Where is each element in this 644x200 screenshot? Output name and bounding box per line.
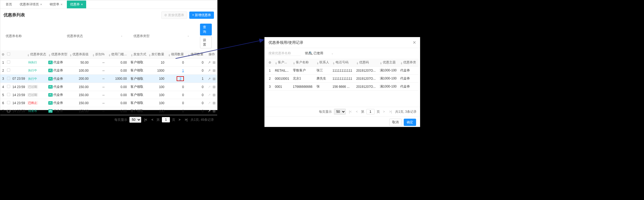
share-icon[interactable]: ↗ bbox=[208, 93, 211, 97]
sort-icon[interactable]: ▲▼ bbox=[293, 62, 295, 65]
page-input[interactable] bbox=[162, 117, 170, 122]
first-page-button[interactable]: |< bbox=[348, 110, 353, 114]
close-icon[interactable]: ✕ bbox=[60, 3, 63, 6]
close-icon[interactable]: ✕ bbox=[81, 3, 83, 6]
claim-link[interactable]: 1 bbox=[182, 69, 184, 72]
tab-销货单[interactable]: 销货单 ✕ bbox=[46, 1, 66, 8]
status-badge: 执行中 bbox=[27, 77, 38, 81]
prev-page-button[interactable]: < bbox=[355, 110, 359, 114]
sort-icon[interactable]: ▲▼ bbox=[92, 54, 95, 57]
coupon-table-wrap[interactable]: ⚙▲▼优惠券状态▲▼优惠券类型▲▼优惠券面值▲▼折扣%▲▼使用门槛...▲▼发放… bbox=[0, 50, 217, 115]
filter-type-select[interactable]: ⌄ bbox=[152, 34, 189, 38]
modal-search-input[interactable] bbox=[268, 51, 309, 55]
modal-filter: 🔍 状态 已使用 ⌄ bbox=[265, 48, 420, 59]
table-row[interactable]: 514 23:59已过期代代金券150.00--0.00客户领取10000↗ ⊞ bbox=[0, 91, 217, 99]
table-row[interactable]: 614 23:59已终止代代金券150.00--0.00客户领取10000↗ ⊞ bbox=[0, 99, 217, 107]
chevron-down-icon: ⌄ bbox=[187, 34, 189, 37]
type-badge-icon: 代 bbox=[48, 69, 53, 72]
sort-icon[interactable]: ▲▼ bbox=[130, 54, 133, 57]
sort-icon[interactable]: ▲▼ bbox=[188, 54, 190, 57]
close-icon[interactable]: ✕ bbox=[413, 40, 416, 45]
share-icon[interactable]: ↗ bbox=[208, 109, 211, 113]
row-checkbox[interactable] bbox=[7, 60, 10, 64]
table-row[interactable]: 3000117666666666张156 6666 ...20191207O..… bbox=[266, 83, 419, 91]
tab-优惠券[interactable]: 优惠券 ✕ bbox=[67, 1, 86, 8]
ok-button[interactable]: 确定 bbox=[404, 119, 416, 126]
table-row[interactable]: 307 23:59执行中代代金券200.00--1000.00客户领取10031… bbox=[0, 75, 217, 83]
qrcode-icon[interactable]: ⊞ bbox=[213, 77, 216, 81]
issue-coupon-button[interactable]: ⊘ 发放优惠券 bbox=[161, 12, 187, 19]
modal-status-select[interactable]: 已使用 ⌄ bbox=[314, 51, 333, 56]
qrcode-icon[interactable]: ⊞ bbox=[213, 109, 216, 113]
modal-footer: 取消 确定 bbox=[265, 116, 420, 128]
cancel-button[interactable]: 取消 bbox=[389, 119, 402, 126]
sort-icon[interactable]: ▲▼ bbox=[70, 54, 72, 57]
table-row[interactable]: 1待执行代代金券50.00--0.00客户领取1000↗ ⊞ bbox=[0, 59, 217, 67]
modal-search: 🔍 bbox=[268, 51, 301, 56]
row-checkbox[interactable] bbox=[7, 101, 10, 104]
share-icon[interactable]: ↗ bbox=[208, 68, 211, 72]
highlight-box: 3 bbox=[177, 76, 184, 81]
row-checkbox[interactable] bbox=[7, 93, 10, 96]
table-row[interactable]: 414 23:59已过期代代金券150.00--0.00客户领取10000↗ ⊞ bbox=[0, 83, 217, 91]
next-page-button[interactable]: > bbox=[382, 110, 386, 114]
first-page-button[interactable]: |< bbox=[143, 118, 148, 122]
per-page-select[interactable]: 50 bbox=[129, 117, 141, 123]
add-coupon-button[interactable]: + 新增优惠券 bbox=[189, 12, 214, 19]
modal-pager-summary: 共1页, 3条记录 bbox=[395, 110, 417, 114]
share-icon[interactable]: ↗ bbox=[208, 60, 211, 64]
sort-icon[interactable]: ▲▼ bbox=[333, 62, 335, 65]
table-row[interactable]: 1RETAIL...零散客户张三1111111111120191207O...满… bbox=[266, 67, 419, 75]
claim-link[interactable]: 3 bbox=[179, 77, 181, 81]
per-page-select[interactable]: 50 bbox=[334, 109, 346, 115]
close-icon[interactable]: ✕ bbox=[40, 3, 42, 6]
chevron-down-icon: ⌄ bbox=[331, 52, 333, 55]
next-page-button[interactable]: > bbox=[177, 118, 181, 122]
gear-icon[interactable]: ⚙ bbox=[268, 61, 271, 64]
gear-icon[interactable]: ⚙ bbox=[2, 53, 5, 56]
table-row[interactable]: 714 23:59待发布代代金券150.00--0.00客户领取10000↗ ⊞ bbox=[0, 107, 217, 115]
qrcode-icon[interactable]: ⊞ bbox=[213, 68, 216, 72]
filter-name-input[interactable] bbox=[24, 33, 56, 39]
query-button[interactable]: 查询 bbox=[200, 24, 212, 35]
sort-icon[interactable]: ▲▼ bbox=[108, 54, 111, 57]
table-row[interactable]: 2执行中代代金券100.00--0.00客户领取100010↗ ⊞ bbox=[0, 67, 217, 75]
tab-bar: 首页优惠券详情页 ✕销货单 ✕优惠券 ✕ bbox=[0, 0, 217, 9]
sort-icon[interactable]: ▲▼ bbox=[380, 62, 382, 65]
filter-status-label: 优惠券状态 bbox=[67, 34, 83, 38]
tab-优惠券详情页[interactable]: 优惠券详情页 ✕ bbox=[16, 1, 45, 8]
sort-icon[interactable]: ▲▼ bbox=[275, 62, 277, 65]
last-page-button[interactable]: >| bbox=[388, 110, 393, 114]
row-checkbox[interactable] bbox=[7, 68, 10, 72]
sort-icon[interactable]: ▲▼ bbox=[316, 62, 319, 65]
row-checkbox[interactable] bbox=[7, 85, 10, 88]
row-checkbox[interactable] bbox=[7, 77, 10, 80]
page-suffix: 页 bbox=[377, 110, 380, 114]
modal-body: ⚙▲▼客户...▲▼客户名称▲▼联系人▲▼电话号码▲▼优惠码▲▼优惠主题▲▼优惠… bbox=[265, 59, 420, 107]
type-badge-icon: 代 bbox=[48, 77, 53, 81]
share-icon[interactable]: ↗ bbox=[208, 101, 211, 105]
qrcode-icon[interactable]: ⊞ bbox=[213, 101, 216, 105]
filter-status-select[interactable]: ⌄ bbox=[85, 34, 123, 38]
sort-icon[interactable]: ▲▼ bbox=[168, 54, 170, 57]
sort-icon[interactable]: ▲▼ bbox=[400, 62, 403, 65]
table-row[interactable]: 200010001北京1唐先生1111111111120191207O...满1… bbox=[266, 75, 419, 83]
tab-首页[interactable]: 首页 bbox=[2, 1, 15, 8]
prev-page-button[interactable]: < bbox=[150, 118, 154, 122]
share-icon[interactable]: ↗ bbox=[208, 77, 211, 81]
sort-icon[interactable]: ▲▼ bbox=[356, 62, 359, 65]
last-page-button[interactable]: >| bbox=[184, 118, 188, 122]
checkbox-all[interactable] bbox=[7, 52, 10, 56]
filter-name: 优惠券名称 bbox=[6, 33, 56, 39]
sort-icon[interactable]: ▲▼ bbox=[27, 54, 30, 57]
qrcode-icon[interactable]: ⊞ bbox=[213, 85, 216, 89]
qrcode-icon[interactable]: ⊞ bbox=[213, 93, 216, 97]
modal-status-label: 状态 bbox=[305, 51, 311, 56]
qrcode-icon[interactable]: ⊞ bbox=[213, 60, 216, 64]
sort-icon[interactable]: ▲▼ bbox=[48, 54, 51, 57]
sort-icon[interactable]: ▲▼ bbox=[148, 54, 151, 57]
share-icon[interactable]: ↗ bbox=[208, 85, 211, 89]
row-checkbox[interactable] bbox=[7, 109, 10, 112]
page-input[interactable] bbox=[366, 109, 374, 114]
settings-button[interactable]: 设置 bbox=[200, 37, 212, 48]
